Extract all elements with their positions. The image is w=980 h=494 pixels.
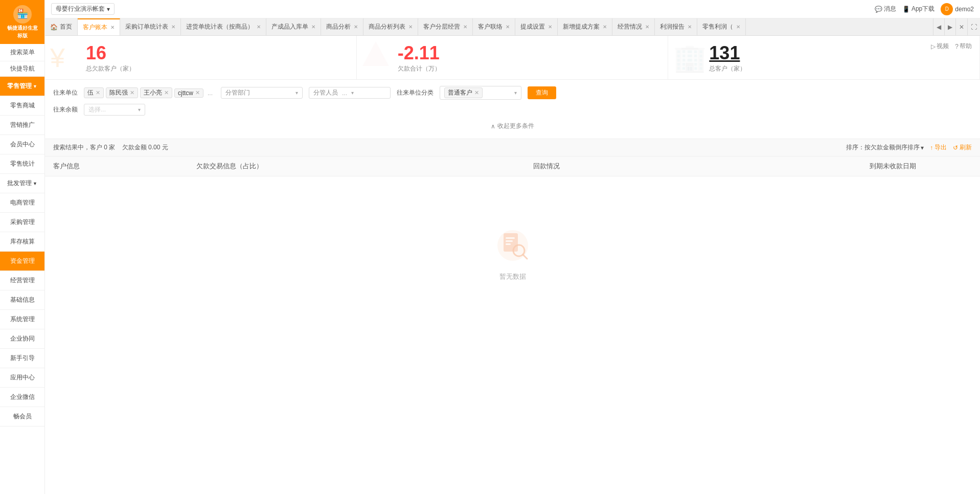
tab-product-analysis-list-close[interactable]: ✕: [408, 24, 413, 30]
sidebar-item-ecommerce-mgmt[interactable]: 电商管理: [0, 193, 44, 213]
tab-product-analysis[interactable]: 商品分析 ✕: [321, 18, 363, 36]
sidebar-item-retail-mgmt[interactable]: 零售管理 ▼: [0, 77, 44, 96]
sidebar-item-ops-mgmt[interactable]: 经营管理: [0, 271, 44, 290]
unit-more-dots[interactable]: ...: [206, 89, 215, 97]
unit-tag-chen: 陈民强 ✕: [106, 87, 138, 98]
sidebar-item-retail-stats[interactable]: 零售统计: [0, 154, 44, 174]
edition-text: 标版: [17, 32, 28, 39]
tab-new-raise-plan[interactable]: 新增提成方案 ✕: [558, 18, 612, 36]
tab-prev-arrow[interactable]: ◀: [933, 18, 944, 36]
app-download-label: App下载: [911, 5, 935, 13]
category-chevron-icon: ▾: [514, 90, 517, 96]
user-area[interactable]: D demo2: [941, 3, 974, 15]
unit-tag-wu-close[interactable]: ✕: [96, 89, 100, 96]
sidebar-item-member-center[interactable]: 会员中心: [0, 135, 44, 154]
tab-next-arrow[interactable]: ▶: [944, 18, 955, 36]
export-button[interactable]: ↑ 导出: [930, 143, 947, 152]
video-btn[interactable]: ▷ 视频: [931, 42, 949, 51]
sidebar-item-marketing[interactable]: 营销推广: [0, 116, 44, 135]
category-filter-select[interactable]: 普通客户 ✕ ▾: [440, 86, 521, 100]
tab-expand[interactable]: ⛶: [967, 18, 980, 36]
account-selector[interactable]: 母婴行业演示帐套 ▾: [51, 3, 115, 15]
collapse-row: ∧ 收起更多条件: [53, 120, 972, 132]
tab-new-raise-plan-close[interactable]: ✕: [603, 24, 607, 30]
chevron-down-icon: ▼: [33, 84, 37, 89]
empty-icon: [492, 225, 533, 266]
tab-customer-account[interactable]: 客户账本 ✕: [78, 18, 120, 36]
dept-filter-select[interactable]: 分管部门 ▾: [221, 87, 303, 99]
tab-customer-account-close[interactable]: ✕: [110, 25, 115, 30]
category-tag-normal-close[interactable]: ✕: [474, 89, 479, 96]
person-filter-select[interactable]: 分管人员 ... ▾: [309, 87, 391, 99]
stat-value-2: -2.11: [398, 44, 658, 62]
tab-product-inbound-label: 产成品入库单: [271, 23, 308, 31]
tab-purchase-order-close[interactable]: ✕: [171, 24, 175, 30]
tab-product-inbound-close[interactable]: ✕: [311, 24, 315, 30]
collapse-button[interactable]: ∧ 收起更多条件: [485, 120, 540, 132]
tab-customer-contact-close[interactable]: ✕: [506, 24, 510, 30]
page-content: ¥ 16 总欠款客户（家） -2.11 欠款合计（万） 🏢 131 总客户（家）: [45, 36, 980, 494]
query-button[interactable]: 查询: [528, 86, 556, 99]
tab-customer-tier-close[interactable]: ✕: [463, 24, 467, 30]
sidebar-item-search-menu[interactable]: 搜索菜单: [0, 44, 44, 61]
unit-tag-chen-close[interactable]: ✕: [130, 89, 134, 96]
tab-customer-tier[interactable]: 客户分层经营 ✕: [418, 18, 473, 36]
unit-tag-cjttcw-close[interactable]: ✕: [195, 89, 200, 96]
help-btn[interactable]: ? 帮助: [955, 42, 972, 51]
sidebar-item-quick-nav[interactable]: 快捷导航: [0, 61, 44, 77]
person-dots[interactable]: ...: [340, 89, 349, 97]
sidebar-item-purchase-mgmt[interactable]: 采购管理: [0, 213, 44, 232]
app-download-btn[interactable]: 📱 App下载: [902, 5, 935, 13]
tab-purchase-stats[interactable]: 进货单统计表（按商品） ✕: [181, 18, 266, 36]
wholesale-mgmt-label: 批发管理: [7, 179, 32, 188]
tab-home[interactable]: 🏠 首页: [45, 18, 78, 36]
tabbar-arrows: ◀ ▶ ✕ ⛶: [933, 18, 980, 36]
sidebar-item-finance-mgmt[interactable]: 资金管理: [0, 252, 44, 271]
tab-retail-profit-close[interactable]: ✕: [736, 24, 740, 30]
stat-label-1: 总欠款客户（家）: [86, 64, 346, 73]
unit-tag-wang-close[interactable]: ✕: [164, 89, 169, 96]
sort-select[interactable]: 排序：按欠款金额倒序排序 ▾: [846, 143, 924, 152]
stat-bg-icon-2: [362, 41, 390, 75]
tab-product-analysis-close[interactable]: ✕: [354, 24, 358, 30]
sidebar-item-wholesale-mgmt[interactable]: 批发管理 ▼: [0, 174, 44, 193]
tab-product-analysis-list-label: 商品分析列表: [369, 23, 405, 31]
tab-profit-report-label: 利润报告: [660, 23, 685, 31]
tab-purchase-stats-close[interactable]: ✕: [257, 24, 261, 30]
sidebar-item-inventory[interactable]: 库存核算: [0, 232, 44, 252]
message-btn[interactable]: 💬 消息: [875, 5, 896, 13]
topbar-left: 母婴行业演示帐套 ▾: [51, 3, 115, 15]
tab-product-analysis-label: 商品分析: [326, 23, 351, 31]
refresh-button[interactable]: ↺ 刷新: [953, 143, 972, 152]
sidebar-item-new-guide[interactable]: 新手引导: [0, 349, 44, 368]
tab-product-inbound[interactable]: 产成品入库单 ✕: [266, 18, 321, 36]
tab-profit-report-close[interactable]: ✕: [688, 24, 692, 30]
tab-raise-settings-close[interactable]: ✕: [548, 24, 552, 30]
tab-raise-settings[interactable]: 提成设置 ✕: [515, 18, 558, 36]
tab-close-all[interactable]: ✕: [955, 18, 967, 36]
sidebar-item-basic-info[interactable]: 基础信息: [0, 290, 44, 310]
tab-profit-report[interactable]: 利润报告 ✕: [655, 18, 697, 36]
dept-placeholder: 分管部门: [225, 88, 250, 97]
category-tag-normal: 普通客户 ✕: [444, 87, 483, 98]
sidebar-item-enterprise-wechat[interactable]: 企业微信: [0, 388, 44, 407]
sidebar-item-retail-mall[interactable]: 零售商城: [0, 96, 44, 116]
sidebar-item-enterprise-collab[interactable]: 企业协同: [0, 329, 44, 349]
tab-purchase-order[interactable]: 采购订单统计表 ✕: [120, 18, 181, 36]
tab-retail-profit[interactable]: 零售利润（ ✕: [697, 18, 746, 36]
user-name: demo2: [955, 6, 974, 13]
sidebar-item-app-center[interactable]: 应用中心: [0, 368, 44, 388]
tab-operation-status-close[interactable]: ✕: [645, 24, 649, 30]
tab-product-analysis-list[interactable]: 商品分析列表 ✕: [363, 18, 418, 36]
svg-rect-4: [506, 240, 513, 242]
tab-operation-status[interactable]: 经营情况 ✕: [612, 18, 655, 36]
finance-mgmt-label: 资金管理: [10, 257, 35, 264]
collapse-label: 收起更多条件: [497, 122, 534, 130]
retail-mall-label: 零售商城: [10, 102, 35, 109]
sidebar-item-sys-mgmt[interactable]: 系统管理: [0, 310, 44, 329]
remaining-filter-select[interactable]: 选择... ▾: [84, 104, 145, 116]
remaining-filter-label: 往来余额: [53, 105, 78, 114]
stats-row: ¥ 16 总欠款客户（家） -2.11 欠款合计（万） 🏢 131 总客户（家）: [45, 36, 980, 80]
sidebar-item-member[interactable]: 畅会员: [0, 407, 44, 426]
tab-customer-contact[interactable]: 客户联络 ✕: [473, 18, 515, 36]
